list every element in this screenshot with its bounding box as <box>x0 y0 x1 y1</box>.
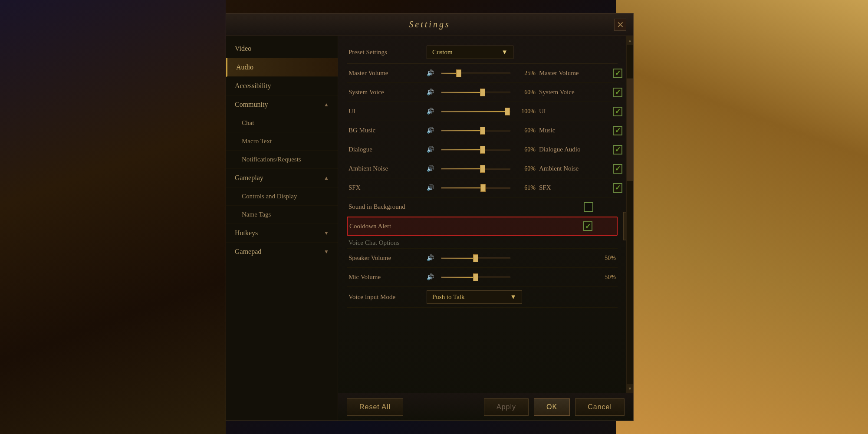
preset-select[interactable]: Custom ▼ <box>427 46 513 59</box>
system-voice-checkbox[interactable] <box>613 88 622 97</box>
sidebar-item-gamepad[interactable]: Gamepad ▼ <box>226 243 338 261</box>
reset-all-button[interactable]: Reset All <box>347 398 403 416</box>
dialog-footer: Reset All Apply OK Cancel <box>338 393 633 421</box>
gamepad-chevron-icon: ▼ <box>324 249 329 255</box>
ui-checkbox[interactable] <box>613 107 622 116</box>
apply-button[interactable]: Apply <box>484 398 529 416</box>
mic-volume-track[interactable] <box>441 276 510 278</box>
ui-track[interactable] <box>441 111 510 112</box>
sidebar-label-name-tags: Name Tags <box>242 211 271 218</box>
sfx-track[interactable] <box>441 187 510 189</box>
content-with-scroll: Preset Settings Custom ▼ Master Volume 🔊 <box>338 36 633 393</box>
sidebar-item-community[interactable]: Community ▲ <box>226 95 338 114</box>
sidebar-item-name-tags[interactable]: Name Tags <box>226 206 338 224</box>
voice-input-mode-value: Push to Talk <box>432 293 465 301</box>
sidebar-item-audio[interactable]: Audio <box>226 58 338 77</box>
dialogue-thumb[interactable] <box>480 146 485 154</box>
scroll-track[interactable] <box>627 45 633 384</box>
system-voice-track[interactable] <box>441 92 510 93</box>
system-voice-value: 60% <box>514 89 536 96</box>
cooldown-alert-label: Cooldown Alert <box>349 223 427 230</box>
scrollbar: ▲ ▼ <box>626 36 633 393</box>
close-button[interactable]: ✕ <box>614 19 626 31</box>
sidebar-item-macro-text[interactable]: Macro Text <box>226 132 338 151</box>
system-voice-thumb[interactable] <box>480 89 485 96</box>
sound-in-bg-checkbox[interactable] <box>584 202 593 212</box>
sidebar-label-controls: Controls and Display <box>242 193 297 200</box>
bg-music-track[interactable] <box>441 130 510 132</box>
sidebar-label-chat: Chat <box>242 119 254 127</box>
gameplay-chevron-icon: ▲ <box>324 175 329 181</box>
sfx-checkbox[interactable] <box>613 183 622 193</box>
sidebar-item-video[interactable]: Video <box>226 39 338 58</box>
cancel-button[interactable]: Cancel <box>575 398 625 416</box>
ui-thumb[interactable] <box>505 108 510 115</box>
setting-row-speaker-volume: Speaker Volume 🔊 50% <box>347 249 618 268</box>
sidebar-item-chat[interactable]: Chat <box>226 114 338 132</box>
setting-row-master-volume: Master Volume 🔊 25% Master Volume <box>347 64 618 83</box>
ambient-value: 60% <box>514 165 536 172</box>
sidebar-label-community: Community <box>235 101 268 108</box>
sidebar-item-notifications[interactable]: Notifications/Requests <box>226 151 338 169</box>
ui-fill <box>441 111 510 112</box>
ambient-thumb[interactable] <box>480 165 485 173</box>
setting-row-dialogue: Dialogue 🔊 60% Dialogue Audio <box>347 140 618 159</box>
setting-row-ambient: Ambient Noise 🔊 60% Ambient Noise <box>347 159 618 178</box>
master-volume-thumb[interactable] <box>456 69 461 77</box>
sfx-value: 61% <box>514 184 536 191</box>
ambient-track[interactable] <box>441 168 510 170</box>
sidebar-item-hotkeys[interactable]: Hotkeys ▼ <box>226 224 338 243</box>
ok-button[interactable]: OK <box>534 398 570 416</box>
master-volume-icon: 🔊 <box>427 69 434 77</box>
dialog-title: Settings <box>409 20 450 30</box>
settings-dialog: Settings ✕ Video Audio Accessibility Com… <box>226 13 634 421</box>
master-volume-track[interactable] <box>441 72 510 74</box>
master-volume-slider-container <box>437 72 514 74</box>
bg-music-checkbox[interactable] <box>613 126 622 135</box>
scroll-thumb[interactable] <box>627 79 633 181</box>
speaker-volume-label: Speaker Volume <box>349 254 427 262</box>
voice-input-mode-select[interactable]: Push to Talk ▼ <box>427 290 522 304</box>
sfx-right-label: SFX <box>539 184 613 191</box>
speaker-volume-icon: 🔊 <box>427 254 434 262</box>
cooldown-alert-checkbox[interactable] <box>583 221 592 231</box>
dialogue-track[interactable] <box>441 149 510 151</box>
mic-volume-thumb[interactable] <box>473 273 478 281</box>
bg-music-thumb[interactable] <box>480 127 485 135</box>
cooldown-alert-tooltip: Cooldown Alert Toggle notification for s… <box>623 212 626 240</box>
system-voice-slider-container <box>437 92 514 93</box>
voice-input-mode-chevron-icon: ▼ <box>510 293 516 301</box>
mic-volume-fill <box>441 277 476 278</box>
speaker-volume-slider-container <box>437 257 594 259</box>
ui-volume-icon: 🔊 <box>427 108 434 115</box>
setting-row-sound-in-bg: Sound in Background <box>347 197 618 217</box>
ui-value: 100% <box>514 108 536 115</box>
footer-right-buttons: Apply OK Cancel <box>484 398 625 416</box>
mic-volume-slider-container <box>437 276 594 278</box>
bg-music-value: 60% <box>514 127 536 134</box>
master-volume-checkbox[interactable] <box>613 69 622 78</box>
ambient-checkbox[interactable] <box>613 164 622 174</box>
speaker-volume-track[interactable] <box>441 257 510 259</box>
scroll-up-button[interactable]: ▲ <box>627 36 633 45</box>
sidebar-item-gameplay[interactable]: Gameplay ▲ <box>226 169 338 187</box>
sidebar-label-notifications: Notifications/Requests <box>242 156 301 163</box>
bg-music-label: BG Music <box>349 127 427 134</box>
sidebar: Video Audio Accessibility Community ▲ Ch… <box>226 36 338 421</box>
dialogue-checkbox[interactable] <box>613 145 622 155</box>
ui-slider-container <box>437 111 514 112</box>
ui-label: UI <box>349 108 427 115</box>
dialogue-fill <box>441 149 483 150</box>
sidebar-item-accessibility[interactable]: Accessibility <box>226 77 338 95</box>
speaker-volume-thumb[interactable] <box>473 254 478 262</box>
setting-row-system-voice: System Voice 🔊 60% System Voice <box>347 83 618 102</box>
bg-music-icon: 🔊 <box>427 127 434 134</box>
sfx-slider-container <box>437 187 514 189</box>
scroll-down-button[interactable]: ▼ <box>627 384 633 393</box>
system-voice-right-label: System Voice <box>539 89 613 96</box>
setting-row-mic-volume: Mic Volume 🔊 50% <box>347 268 618 287</box>
sidebar-item-controls[interactable]: Controls and Display <box>226 187 338 206</box>
background-left <box>0 0 226 434</box>
dialogue-label: Dialogue <box>349 146 427 153</box>
sfx-thumb[interactable] <box>480 184 486 192</box>
